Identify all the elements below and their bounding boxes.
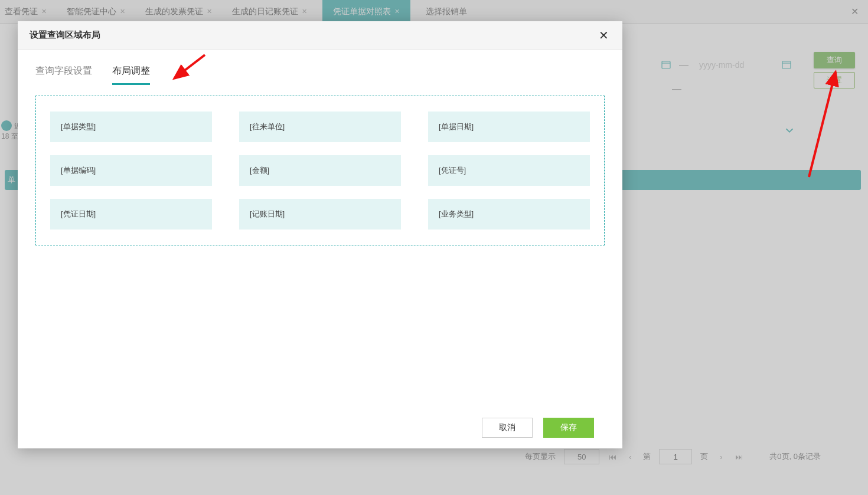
modal-footer: 取消 保存 <box>18 407 622 448</box>
save-button[interactable]: 保存 <box>543 418 594 438</box>
field-block[interactable]: [凭证号] <box>428 155 590 186</box>
field-block[interactable]: [业务类型] <box>428 199 590 230</box>
field-block[interactable]: [单据编码] <box>50 155 212 186</box>
layout-grid: [单据类型] [往来单位] [单据日期] [单据编码] [金额] [凭证号] [… <box>35 96 605 245</box>
field-block[interactable]: [记账日期] <box>239 199 401 230</box>
tab-field-settings[interactable]: 查询字段设置 <box>35 65 92 85</box>
field-block[interactable]: [金额] <box>239 155 401 186</box>
field-block[interactable]: [单据类型] <box>50 112 212 142</box>
field-block[interactable]: [凭证日期] <box>50 199 212 230</box>
close-icon[interactable]: ✕ <box>596 28 611 42</box>
tab-layout-adjust[interactable]: 布局调整 <box>112 65 150 85</box>
modal-title: 设置查询区域布局 <box>30 29 100 41</box>
modal-tabs: 查询字段设置 布局调整 <box>18 50 622 85</box>
modal-header: 设置查询区域布局 ✕ <box>18 21 622 50</box>
settings-modal: 设置查询区域布局 ✕ 查询字段设置 布局调整 [单据类型] [往来单位] [单据… <box>18 21 622 448</box>
cancel-button[interactable]: 取消 <box>482 418 533 438</box>
field-block[interactable]: [单据日期] <box>428 112 590 142</box>
field-block[interactable]: [往来单位] <box>239 112 401 142</box>
